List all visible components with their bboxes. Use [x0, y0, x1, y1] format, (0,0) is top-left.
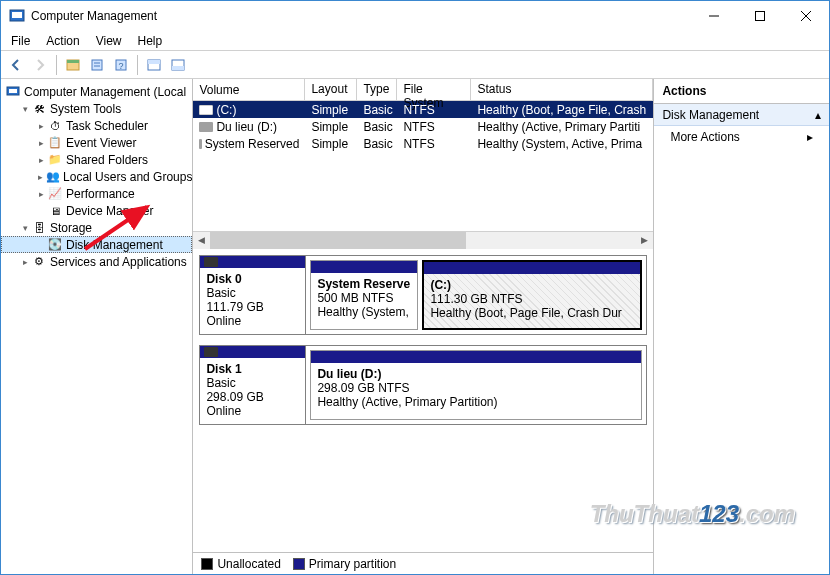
- actions-pane: Actions Disk Management ▴ More Actions ▸: [654, 79, 829, 574]
- disk-row[interactable]: Disk 0 Basic 111.79 GB Online System Res…: [199, 255, 647, 335]
- chevron-right-icon[interactable]: ▸: [35, 155, 47, 165]
- show-hide-console-tree-button[interactable]: [62, 54, 84, 76]
- disk-icon: [204, 257, 218, 267]
- volume-row[interactable]: Du lieu (D:) Simple Basic NTFS Healthy (…: [193, 118, 653, 135]
- drive-icon: [199, 122, 213, 132]
- drive-icon: [199, 139, 201, 149]
- services-icon: ⚙: [31, 254, 47, 270]
- tree-local-users[interactable]: ▸👥Local Users and Groups: [1, 168, 192, 185]
- disk-icon: [204, 347, 218, 357]
- svg-rect-18: [9, 89, 17, 93]
- volume-list[interactable]: Volume Layout Type File System Status (C…: [193, 79, 653, 249]
- collapse-icon: ▴: [815, 108, 821, 122]
- tree-disk-management[interactable]: 💽Disk Management: [1, 236, 192, 253]
- partition[interactable]: (C:) 111.30 GB NTFS Healthy (Boot, Page …: [422, 260, 642, 330]
- disk-type: Basic: [206, 376, 235, 390]
- legend-label: Primary partition: [309, 557, 396, 571]
- col-filesystem[interactable]: File System: [397, 79, 471, 100]
- menu-action[interactable]: Action: [46, 34, 79, 48]
- properties-button[interactable]: [86, 54, 108, 76]
- volume-name: (C:): [216, 103, 236, 117]
- col-volume[interactable]: Volume: [193, 79, 305, 100]
- actions-section[interactable]: Disk Management ▴: [654, 104, 829, 126]
- chevron-right-icon[interactable]: ▸: [35, 189, 47, 199]
- partition[interactable]: Du lieu (D:) 298.09 GB NTFS Healthy (Act…: [310, 350, 642, 420]
- chevron-right-icon[interactable]: ▸: [35, 172, 46, 182]
- tree-label: Shared Folders: [66, 153, 148, 167]
- volume-list-header: Volume Layout Type File System Status: [193, 79, 653, 101]
- volume-name: Du lieu (D:): [216, 120, 277, 134]
- tree-storage[interactable]: ▾🗄Storage: [1, 219, 192, 236]
- partition-size: 298.09 GB NTFS: [317, 381, 409, 395]
- volume-type: Basic: [357, 137, 397, 151]
- device-icon: 🖥: [47, 203, 63, 219]
- tree-shared-folders[interactable]: ▸📁Shared Folders: [1, 151, 192, 168]
- view-top-button[interactable]: [143, 54, 165, 76]
- users-icon: 👥: [46, 169, 60, 185]
- volume-row[interactable]: System Reserved Simple Basic NTFS Health…: [193, 135, 653, 152]
- partition-title: System Reserve: [317, 277, 410, 291]
- tree-services[interactable]: ▸⚙Services and Applications: [1, 253, 192, 270]
- svg-rect-14: [148, 60, 160, 64]
- scroll-right-button[interactable]: ▶: [636, 232, 653, 249]
- volume-row[interactable]: (C:) Simple Basic NTFS Healthy (Boot, Pa…: [193, 101, 653, 118]
- menu-file[interactable]: File: [11, 34, 30, 48]
- volume-type: Basic: [357, 120, 397, 134]
- tree-label: Storage: [50, 221, 92, 235]
- forward-button[interactable]: [29, 54, 51, 76]
- svg-rect-1: [12, 12, 22, 18]
- maximize-button[interactable]: [737, 1, 783, 31]
- tree-task-scheduler[interactable]: ▸⏱Task Scheduler: [1, 117, 192, 134]
- console-tree[interactable]: Computer Management (Local ▾ 🛠 System To…: [1, 79, 193, 574]
- partition-status: Healthy (Boot, Page File, Crash Dur: [430, 306, 621, 320]
- chevron-down-icon[interactable]: ▾: [19, 223, 31, 233]
- menu-help[interactable]: Help: [138, 34, 163, 48]
- col-layout[interactable]: Layout: [305, 79, 357, 100]
- col-type[interactable]: Type: [357, 79, 397, 100]
- legend: Unallocated Primary partition: [193, 552, 653, 574]
- legend-swatch-primary: [293, 558, 305, 570]
- chevron-right-icon[interactable]: ▸: [35, 121, 47, 131]
- menu-view[interactable]: View: [96, 34, 122, 48]
- horizontal-scrollbar[interactable]: ◀ ▶: [193, 231, 653, 248]
- tree-label: Task Scheduler: [66, 119, 148, 133]
- tree-device-manager[interactable]: 🖥Device Manager: [1, 202, 192, 219]
- tree-system-tools[interactable]: ▾ 🛠 System Tools: [1, 100, 192, 117]
- volume-name: System Reserved: [205, 137, 300, 151]
- partition[interactable]: System Reserve 500 MB NTFS Healthy (Syst…: [310, 260, 418, 330]
- scroll-thumb[interactable]: [210, 232, 466, 249]
- actions-more-label: More Actions: [670, 130, 739, 144]
- col-status[interactable]: Status: [471, 79, 653, 100]
- volume-layout: Simple: [305, 120, 357, 134]
- tree-event-viewer[interactable]: ▸📋Event Viewer: [1, 134, 192, 151]
- disk-row[interactable]: Disk 1 Basic 298.09 GB Online Du lieu (D…: [199, 345, 647, 425]
- back-button[interactable]: [5, 54, 27, 76]
- legend-swatch-unallocated: [201, 558, 213, 570]
- view-bottom-button[interactable]: [167, 54, 189, 76]
- tree-performance[interactable]: ▸📈Performance: [1, 185, 192, 202]
- actions-more[interactable]: More Actions ▸: [654, 126, 829, 148]
- chevron-down-icon[interactable]: ▾: [19, 104, 31, 114]
- window-titlebar: Computer Management: [1, 1, 829, 31]
- svg-rect-3: [756, 12, 765, 21]
- scroll-left-button[interactable]: ◀: [193, 232, 210, 249]
- tree-root[interactable]: Computer Management (Local: [1, 83, 192, 100]
- chevron-right-icon[interactable]: ▸: [35, 138, 47, 148]
- svg-rect-16: [172, 66, 184, 70]
- disk-name: Disk 0: [206, 272, 241, 286]
- close-button[interactable]: [783, 1, 829, 31]
- tree-label: Services and Applications: [50, 255, 187, 269]
- help-button[interactable]: ?: [110, 54, 132, 76]
- window-title: Computer Management: [31, 9, 157, 23]
- disk-icon: 💽: [47, 237, 63, 253]
- disk-state: Online: [206, 404, 241, 418]
- app-icon: [9, 8, 25, 24]
- tree-label: Disk Management: [66, 238, 163, 252]
- chevron-right-icon[interactable]: ▸: [19, 257, 31, 267]
- tree-label: Event Viewer: [66, 136, 136, 150]
- partition-size: 111.30 GB NTFS: [430, 292, 522, 306]
- tools-icon: 🛠: [31, 101, 47, 117]
- disk-graphical-view: Disk 0 Basic 111.79 GB Online System Res…: [193, 249, 653, 552]
- tree-label: Local Users and Groups: [63, 170, 192, 184]
- minimize-button[interactable]: [691, 1, 737, 31]
